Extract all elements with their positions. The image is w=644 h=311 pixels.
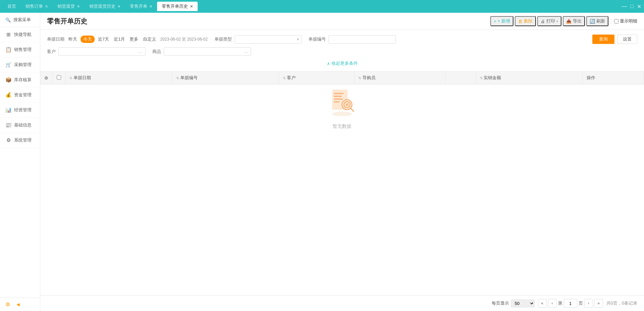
fund-mgmt-icon: 💰 xyxy=(5,92,11,98)
th-guide[interactable]: ⇅ 导购员 xyxy=(354,71,446,85)
customer-input[interactable]: … xyxy=(58,47,146,56)
next-page-btn[interactable]: › xyxy=(584,299,593,308)
doc-type-select[interactable] xyxy=(235,35,302,44)
export-icon: 📤 xyxy=(566,19,572,24)
collapse-button[interactable]: ∧ 收起更多条件 xyxy=(327,60,358,66)
th-amount[interactable]: ⇅ 实销金额 xyxy=(476,71,582,85)
date-opt-last1m[interactable]: 近1月 xyxy=(112,36,126,43)
sidebar-item-sys-mgmt[interactable]: ⚙ 系统管理 xyxy=(0,133,40,148)
minimize-btn[interactable]: — xyxy=(622,3,627,10)
export-button[interactable]: 📤 导出 xyxy=(563,16,585,26)
tab-sales-return[interactable]: 销货退货 ✕ xyxy=(53,2,85,11)
display-detail-checkbox-label[interactable]: 显示明细 xyxy=(614,18,637,24)
svg-rect-2 xyxy=(334,93,344,94)
filter-row-1: 单据日期 昨天 今天 近7天 近1月 更多 自定义 2023-06-02 至 2… xyxy=(47,35,637,44)
filter-goods: 商品 … xyxy=(152,47,251,56)
close-tab-retail-open-history[interactable]: ✕ xyxy=(190,4,193,9)
th-settings[interactable]: ⚙ xyxy=(40,71,53,85)
collapse-icon: ∧ xyxy=(327,61,330,66)
sidebar-item-fund-mgmt[interactable]: 💰 资金管理 xyxy=(0,88,40,103)
sidebar-item-inventory[interactable]: 📦 库存核算 xyxy=(0,72,40,88)
close-tab-sales-order[interactable]: ✕ xyxy=(45,4,48,9)
per-page: 每页显示 10 20 50 100 xyxy=(492,300,535,307)
sidebar-search[interactable]: 🔍 搜索采单 xyxy=(0,13,40,27)
sales-mgmt-icon: 📋 xyxy=(5,47,11,53)
main-layout: 🔍 搜索采单 ⊞ 快捷导航 📋 销售管理 🛒 采购管理 📦 库存核算 💰 xyxy=(0,13,644,311)
svg-point-0 xyxy=(332,112,352,116)
page-number-input[interactable] xyxy=(564,299,577,308)
tab-sales-order[interactable]: 销售订单 ✕ xyxy=(21,2,53,11)
filter-date: 单据日期 昨天 今天 近7天 近1月 更多 自定义 2023-06-02 至 2… xyxy=(47,36,208,43)
svg-rect-3 xyxy=(334,96,342,97)
sort-amount-icon: ⇅ xyxy=(480,76,483,80)
query-button[interactable]: 查询 xyxy=(592,35,614,44)
date-opt-today[interactable]: 今天 xyxy=(81,36,95,43)
th-date[interactable]: ⇅ 单据日期 xyxy=(65,71,172,85)
date-opt-more[interactable]: 更多 xyxy=(128,36,140,43)
collapse-row: ∧ 收起更多条件 xyxy=(47,59,637,68)
sort-docno-icon: ⇅ xyxy=(176,76,179,80)
tab-retail-open-history[interactable]: 零售开单历史 ✕ xyxy=(157,2,198,11)
sidebar-item-purchase-mgmt[interactable]: 🛒 采购管理 xyxy=(0,57,40,72)
print-dropdown-icon: ▾ xyxy=(556,19,558,23)
sidebar-collapse-icon[interactable]: ◄ xyxy=(15,302,21,308)
print-button[interactable]: 🖨 打印 ▾ xyxy=(537,16,561,26)
add-button[interactable]: + + 新增 xyxy=(490,16,513,26)
last-page-btn[interactable]: » xyxy=(594,299,603,308)
table-body: 暂无数据 xyxy=(40,85,644,130)
close-tab-retail-open[interactable]: ✕ xyxy=(149,4,152,9)
th-doc-no[interactable]: ⇅ 单据编号 xyxy=(172,71,279,85)
date-opt-custom[interactable]: 自定义 xyxy=(142,36,157,43)
header-toolbar-row: 零售开单历史 + + 新增 🗑 删除 🖨 打印 ▾ 📤 导出 xyxy=(40,13,644,30)
tab-home[interactable]: 首页 xyxy=(3,2,21,11)
date-opt-yesterday[interactable]: 昨天 xyxy=(67,36,79,43)
close-tab-sales-return[interactable]: ✕ xyxy=(77,4,80,9)
svg-rect-4 xyxy=(334,99,343,100)
close-btn[interactable]: ✕ xyxy=(637,3,641,10)
right-toolbar: + + 新增 🗑 删除 🖨 打印 ▾ 📤 导出 🔄 xyxy=(490,16,637,26)
display-detail-checkbox[interactable] xyxy=(614,19,618,23)
th-checkbox[interactable] xyxy=(53,71,65,85)
base-info-icon: 📰 xyxy=(5,122,11,128)
filter-doc-type: 单据类型 xyxy=(214,35,302,44)
delete-icon: 🗑 xyxy=(518,19,523,24)
first-page-btn[interactable]: « xyxy=(538,299,547,308)
doc-type-select-wrapper xyxy=(235,35,302,44)
sort-customer-icon: ⇅ xyxy=(283,76,286,80)
tab-sales-return-history[interactable]: 销货退货历史 ✕ xyxy=(85,2,125,11)
svg-line-7 xyxy=(351,108,354,111)
doc-no-input[interactable] xyxy=(329,35,396,44)
sidebar-item-quick-nav[interactable]: ⊞ 快捷导航 xyxy=(0,27,40,42)
search-icon: 🔍 xyxy=(5,17,11,22)
sidebar-item-ops-mgmt[interactable]: 📊 经营管理 xyxy=(0,103,40,118)
per-page-select[interactable]: 10 20 50 100 xyxy=(511,300,535,307)
setting-button[interactable]: 设置 xyxy=(617,35,637,44)
delete-button[interactable]: 🗑 删除 xyxy=(515,16,536,26)
goods-input[interactable]: … xyxy=(164,47,251,56)
sidebar-bottom: ⚙ ◄ xyxy=(0,298,40,311)
prev-page-btn[interactable]: ‹ xyxy=(548,299,557,308)
sort-guide-icon: ⇅ xyxy=(358,76,361,80)
sidebar-menu: ⊞ 快捷导航 📋 销售管理 🛒 采购管理 📦 库存核算 💰 资金管理 📊 xyxy=(0,27,40,298)
empty-icon xyxy=(325,85,359,118)
table-area: ⚙ ⇅ 单据日期 ⇅ 单据编号 xyxy=(40,71,644,295)
filter-customer: 客户 … xyxy=(47,47,146,56)
sidebar-settings-icon[interactable]: ⚙ xyxy=(5,301,10,308)
refresh-icon: 🔄 xyxy=(590,19,595,24)
sidebar-item-base-info[interactable]: 📰 基础信息 xyxy=(0,118,40,133)
svg-rect-5 xyxy=(334,101,340,102)
date-range-display: 2023-06-02 至 2023-06-02 xyxy=(160,37,207,42)
sys-mgmt-icon: ⚙ xyxy=(5,137,11,143)
tab-retail-open[interactable]: 零售开单 ✕ xyxy=(125,2,157,11)
date-opt-last7[interactable]: 近7天 xyxy=(97,36,110,43)
empty-text: 暂无数据 xyxy=(333,123,351,129)
table-header: ⚙ ⇅ 单据日期 ⇅ 单据编号 xyxy=(40,71,644,85)
close-tab-sales-return-history[interactable]: ✕ xyxy=(117,4,120,9)
filter-row-2: 客户 … 商品 … xyxy=(47,47,637,56)
page-title: 零售开单历史 xyxy=(47,17,87,26)
sidebar-item-sales-mgmt[interactable]: 📋 销售管理 xyxy=(0,42,40,57)
maximize-btn[interactable]: □ xyxy=(630,3,634,10)
refresh-button[interactable]: 🔄 刷新 xyxy=(586,16,608,26)
th-customer[interactable]: ⇅ 客户 xyxy=(279,71,354,85)
select-all-checkbox[interactable] xyxy=(57,75,61,80)
